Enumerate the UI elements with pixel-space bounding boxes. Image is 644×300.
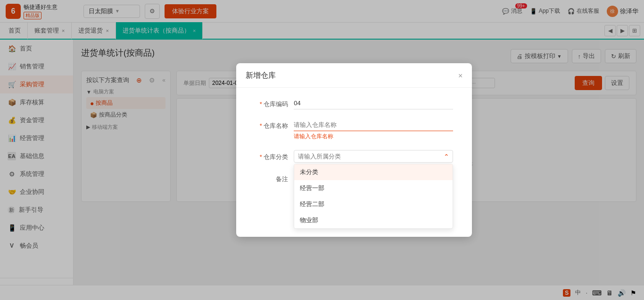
category-dropdown: 未分类 经营一部 经营二部 物业部	[294, 164, 453, 229]
modal-body: 仓库编码 仓库名称 请输入仓库名称 仓库分类 ⌃ 未分类	[236, 88, 472, 211]
category-label: 仓库分类	[255, 150, 288, 161]
name-input[interactable]	[294, 119, 453, 131]
category-input-wrap: ⌃ 未分类 经营一部 经营二部 物业部	[294, 150, 453, 163]
modal-title: 新增仓库	[246, 71, 276, 81]
modal-close-button[interactable]: ×	[458, 72, 462, 80]
dropdown-item-dept1[interactable]: 经营一部	[294, 180, 453, 196]
code-label: 仓库编码	[255, 97, 288, 108]
dropdown-item-unclassified[interactable]: 未分类	[294, 164, 453, 180]
name-input-wrap: 请输入仓库名称	[294, 119, 453, 141]
name-label: 仓库名称	[255, 119, 288, 130]
category-arrow-icon[interactable]: ⌃	[444, 153, 449, 160]
code-input[interactable]	[294, 97, 453, 109]
name-row: 仓库名称 请输入仓库名称	[255, 119, 453, 141]
category-row: 仓库分类 ⌃ 未分类 经营一部 经营二部 物业部	[255, 150, 453, 163]
category-input[interactable]	[294, 150, 453, 163]
modal-header: 新增仓库 ×	[236, 63, 472, 88]
dropdown-item-property[interactable]: 物业部	[294, 212, 453, 228]
add-warehouse-modal: 新增仓库 × 仓库编码 仓库名称 请输入仓库名称 仓库分类 ⌃	[236, 63, 472, 237]
note-label: 备注	[255, 172, 288, 183]
code-row: 仓库编码	[255, 97, 453, 109]
code-input-wrap	[294, 97, 453, 109]
name-error-msg: 请输入仓库名称	[294, 133, 453, 141]
dropdown-item-dept2[interactable]: 经营二部	[294, 196, 453, 212]
